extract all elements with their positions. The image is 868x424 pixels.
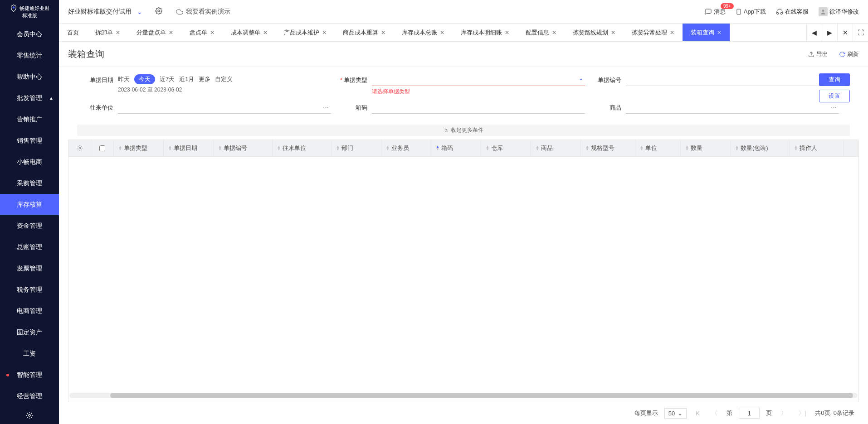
column-header[interactable]: ▲▼操作人: [790, 140, 844, 156]
pager-first-button[interactable]: K: [693, 409, 702, 418]
sidebar-item[interactable]: 库存核算: [0, 194, 59, 215]
sidebar-item[interactable]: 智能管理: [0, 364, 59, 385]
tab[interactable]: 装箱查询✕: [683, 24, 730, 41]
sidebar-item[interactable]: 营销推广: [0, 109, 59, 130]
box-input[interactable]: [372, 102, 585, 114]
tab[interactable]: 成本调整单✕: [223, 24, 276, 41]
column-header[interactable]: ▲▼单据日期: [164, 140, 214, 156]
column-header[interactable]: ▲▼往来单位: [273, 140, 332, 156]
horizontal-scrollbar[interactable]: [69, 393, 858, 398]
sidebar-item[interactable]: 电商管理: [0, 300, 59, 322]
more-icon[interactable]: ⋯: [831, 104, 837, 111]
fullscreen-button[interactable]: ⛶: [853, 24, 868, 42]
checkbox[interactable]: [99, 145, 105, 151]
close-icon[interactable]: ✕: [263, 29, 268, 36]
column-header[interactable]: ▲▼单据类型: [114, 140, 164, 156]
tab[interactable]: 产品成本维护✕: [276, 24, 335, 41]
close-icon[interactable]: ✕: [116, 29, 120, 36]
tab[interactable]: 分量盘点单✕: [128, 24, 181, 41]
sidebar-item[interactable]: 采购管理: [0, 173, 59, 194]
sidebar-item[interactable]: 工资: [0, 343, 59, 364]
sidebar-item[interactable]: 销售管理: [0, 130, 59, 151]
export-button[interactable]: 导出: [808, 50, 828, 58]
bill-type-error: 请选择单据类型: [372, 88, 585, 96]
column-header[interactable]: ▲▼数量: [681, 140, 731, 156]
date-option[interactable]: 近1月: [179, 75, 194, 83]
sidebar-item[interactable]: 批发管理▲: [0, 87, 59, 109]
sidebar-item[interactable]: 经营管理: [0, 385, 59, 407]
column-header[interactable]: ▲▼业务员: [381, 140, 431, 156]
column-header[interactable]: ▲▼规格型号: [581, 140, 635, 156]
sidebar-item[interactable]: 资金管理: [0, 215, 59, 236]
column-header[interactable]: ▲▼仓库: [481, 140, 531, 156]
sidebar-item[interactable]: 税务管理: [0, 279, 59, 300]
close-icon[interactable]: ✕: [169, 29, 173, 36]
tab[interactable]: 拣货异常处理✕: [624, 24, 683, 41]
user-menu[interactable]: 徐泽华修改: [819, 7, 859, 16]
select-all-checkbox[interactable]: [91, 140, 114, 156]
column-header[interactable]: ▲▼单据编号: [214, 140, 273, 156]
column-header[interactable]: ▲▼单位: [635, 140, 681, 156]
sidebar-item[interactable]: 小畅电商: [0, 151, 59, 173]
column-header[interactable]: ▲▼数量(包装): [731, 140, 790, 156]
pager-prev-button[interactable]: 〈: [709, 408, 720, 418]
column-settings-button[interactable]: [68, 140, 91, 156]
tabs-prev-button[interactable]: ◀: [806, 24, 822, 42]
page-input[interactable]: [739, 408, 760, 419]
support-link[interactable]: 在线客服: [776, 8, 809, 16]
close-icon[interactable]: ✕: [440, 29, 444, 36]
tab[interactable]: 首页: [59, 24, 87, 41]
close-icon[interactable]: ✕: [210, 29, 215, 36]
sidebar-item[interactable]: 总账管理: [0, 236, 59, 258]
close-icon[interactable]: ✕: [381, 29, 385, 36]
sidebar-item[interactable]: 零售统计: [0, 45, 59, 66]
sidebar-item[interactable]: 发票管理: [0, 258, 59, 279]
refresh-button[interactable]: 刷新: [839, 50, 859, 58]
tab[interactable]: 库存成本明细账✕: [453, 24, 517, 41]
tab[interactable]: 拆卸单✕: [87, 24, 128, 41]
app-selector[interactable]: 好业财标准版交付试用 ⌄: [59, 8, 151, 16]
column-header[interactable]: ▲▼商品: [531, 140, 581, 156]
column-header[interactable]: ▲▼箱码: [431, 140, 481, 156]
goods-input[interactable]: [626, 102, 839, 114]
tab[interactable]: 库存成本总账✕: [394, 24, 453, 41]
app-download-link[interactable]: App下载: [736, 8, 766, 16]
more-icon[interactable]: ⋯: [323, 104, 329, 111]
tab[interactable]: 拣货路线规划✕: [565, 24, 624, 41]
demo-link[interactable]: 我要看实例演示: [176, 8, 230, 16]
per-page-select[interactable]: 50 ⌄: [664, 408, 687, 419]
collapse-filters[interactable]: 收起更多条件: [77, 125, 850, 136]
message-link[interactable]: 消息 99+: [705, 8, 726, 16]
tabs-close-all-button[interactable]: ✕: [837, 24, 853, 42]
column-header[interactable]: ▲▼部门: [332, 140, 381, 156]
tab[interactable]: 商品成本重算✕: [335, 24, 394, 41]
close-icon[interactable]: ✕: [717, 29, 722, 36]
sidebar-item[interactable]: 会员中心: [0, 24, 59, 45]
close-icon[interactable]: ✕: [670, 29, 674, 36]
close-icon[interactable]: ✕: [552, 29, 556, 36]
pager-next-button[interactable]: 〉: [778, 408, 790, 418]
query-button[interactable]: 查询: [819, 73, 850, 86]
bill-type-select[interactable]: [372, 74, 585, 86]
party-input[interactable]: [118, 102, 331, 114]
bill-no-input[interactable]: [626, 74, 839, 86]
sidebar-item[interactable]: 帮助中心: [0, 66, 59, 87]
close-icon[interactable]: ✕: [611, 29, 615, 36]
tab[interactable]: 配置信息✕: [517, 24, 565, 41]
sidebar-settings-button[interactable]: [0, 407, 59, 424]
date-option[interactable]: 昨天: [118, 75, 130, 83]
setting-button[interactable]: 设置: [819, 90, 850, 102]
date-option[interactable]: 近7天: [160, 75, 175, 83]
pager-last-button[interactable]: 〉|: [796, 408, 809, 418]
settings-icon[interactable]: [155, 7, 162, 16]
tabs-next-button[interactable]: ▶: [822, 24, 837, 42]
date-option[interactable]: 今天: [134, 74, 155, 84]
tab[interactable]: 盘点单✕: [181, 24, 223, 41]
date-option[interactable]: 更多: [199, 75, 210, 83]
sidebar-item[interactable]: 固定资产: [0, 322, 59, 343]
close-icon[interactable]: ✕: [505, 29, 509, 36]
close-icon[interactable]: ✕: [322, 29, 327, 36]
svg-point-1: [158, 10, 160, 12]
brand-name: 畅捷通好业财: [20, 5, 49, 12]
date-option[interactable]: 自定义: [215, 75, 233, 83]
